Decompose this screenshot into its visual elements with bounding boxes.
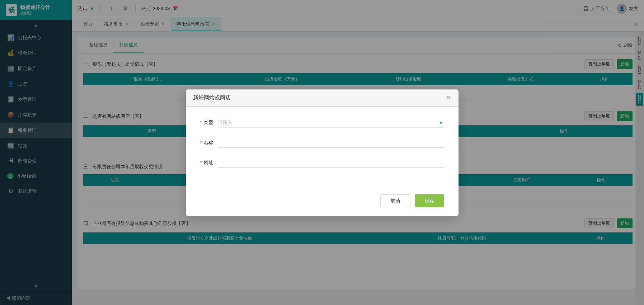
form-label-type: * 类型 [200, 119, 218, 126]
url-input-wrap [218, 158, 444, 168]
form-field-name: * 名称 [200, 138, 444, 148]
type-input-wrap: ∨ [218, 117, 444, 128]
dialog-close-button[interactable]: ✕ [446, 94, 451, 101]
add-website-dialog: 新增网站或网店 ✕ * 类型 ∨ * 名称 [186, 89, 459, 216]
form-field-type: * 类型 ∨ [200, 117, 444, 128]
url-input[interactable] [218, 158, 444, 168]
label-text-url: 网址 [204, 160, 213, 165]
form-label-name: * 名称 [200, 139, 218, 146]
name-input-wrap [218, 138, 444, 148]
dialog-body: * 类型 ∨ * 名称 * [186, 107, 459, 189]
label-text-type: 类型 [204, 120, 213, 125]
dialog-overlay[interactable]: 新增网站或网店 ✕ * 类型 ∨ * 名称 [0, 0, 644, 305]
required-star-type: * [200, 120, 202, 125]
dialog-title: 新增网站或网店 [193, 94, 231, 101]
required-star-url: * [200, 160, 202, 165]
type-input[interactable] [218, 117, 444, 128]
name-input[interactable] [218, 138, 444, 148]
required-star-name: * [200, 140, 202, 145]
form-field-url: * 网址 [200, 158, 444, 168]
form-label-url: * 网址 [200, 160, 218, 166]
label-text-name: 名称 [204, 140, 213, 145]
dialog-footer: 取消 保存 [186, 189, 459, 216]
dialog-header: 新增网站或网店 ✕ [186, 89, 459, 107]
cancel-button[interactable]: 取消 [380, 194, 410, 207]
save-button[interactable]: 保存 [415, 194, 444, 207]
